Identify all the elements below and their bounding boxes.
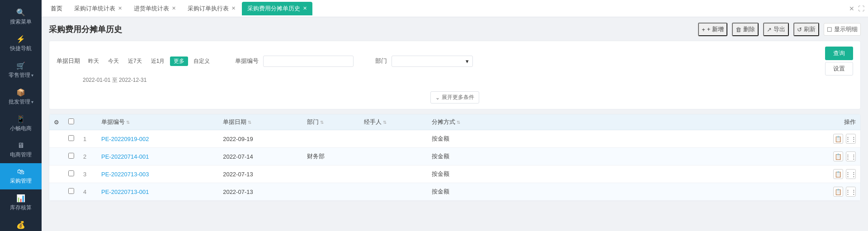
docnum-input[interactable] [263,56,354,67]
tab-home[interactable]: 首页 [45,2,68,15]
td-doc-num: PE-20220713-001 [97,183,218,201]
row-checkbox[interactable] [68,135,74,141]
sidebar-item-label: 采购管理 [10,177,32,185]
td-handler [359,148,427,165]
td-handler [359,165,427,183]
td-settings [49,165,64,183]
query-button[interactable]: 查询 [825,47,853,60]
add-button[interactable]: + + 新增 [698,23,727,36]
sort-icon[interactable]: ⇅ [457,120,460,125]
th-doc-date: 单据日期 ⇅ [218,114,302,130]
sidebar-item-finance[interactable]: 💰 资金管理 [0,216,42,231]
sidebar-item-label: 小畅电商 [10,125,32,132]
content-area: 采购费用分摊单历史 + + 新增 🗑 删除 ↗ 导出 ↺ 刷新 [42,17,868,231]
tab-bar: 首页 采购订单统计表 ✕ 进货单统计表 ✕ 采购订单执行表 ✕ 采购费用分摊单历… [42,0,868,17]
sort-icon[interactable]: ⇅ [126,120,130,125]
doc-num-link[interactable]: PE-20220919-002 [101,136,149,142]
table-row: 2 PE-20220714-001 2022-07-14 财务部 按金额 📋 ⋮… [49,148,860,165]
date-opt-more[interactable]: 更多 [170,57,188,66]
close-icon[interactable]: ✕ [118,5,122,11]
td-doc-num: PE-20220713-003 [97,165,218,183]
tab-purchase-order-stat-label: 采购订单统计表 [74,5,115,13]
doc-num-link[interactable]: PE-20220713-003 [101,171,149,178]
td-rownum: 4 [79,183,97,201]
th-settings: ⚙ [49,114,64,130]
sidebar-item-mobile[interactable]: 📱 小畅电商 [0,110,42,137]
th-dept-label: 部门 [307,118,319,126]
row-checkbox[interactable] [68,188,74,194]
td-dept [302,165,360,183]
date-opt-7days[interactable]: 近7天 [124,57,146,66]
close-icon[interactable]: ✕ [231,5,236,11]
add-icon: + [702,26,705,33]
th-doc-date-label: 单据日期 [223,118,246,126]
sidebar-item-quicknav[interactable]: ⚡ 快捷导航 [0,30,42,57]
td-rownum: 2 [79,148,97,165]
filter-group-date: 单据日期 昨天 今天 近7天 近1月 更多 自定义 [57,57,213,66]
more-icon[interactable]: ⋮⋮ [846,169,856,179]
close-icon[interactable]: ✕ [303,5,307,11]
sidebar-item-search[interactable]: 🔍 搜索菜单 [0,4,42,30]
close-icon[interactable]: ✕ [172,5,176,11]
td-split-method: 按金额 [427,183,815,201]
tab-purchase-order-stat[interactable]: 采购订单统计表 ✕ [69,2,127,15]
expand-more-button[interactable]: ⌄ 展开更多条件 [430,91,479,104]
date-opt-yesterday[interactable]: 昨天 [85,57,103,66]
select-all-checkbox[interactable] [68,118,74,124]
monitor-icon: 🖥 [17,141,24,150]
td-doc-num: PE-20220714-001 [97,148,218,165]
sidebar-item-retail[interactable]: 🛒 零售管理 ▾ [0,57,42,84]
sidebar: 🔍 搜索菜单 ⚡ 快捷导航 🛒 零售管理 ▾ 📦 批发管理 ▾ 📱 小畅电商 🖥… [0,0,42,231]
more-icon[interactable]: ⋮⋮ [846,134,856,144]
date-opt-custom[interactable]: 自定义 [190,57,213,66]
date-opt-today[interactable]: 今天 [104,57,123,66]
box-icon: 📦 [16,88,25,97]
edit-icon[interactable]: 📋 [833,169,843,179]
dept-select[interactable]: ▾ [392,56,473,67]
sort-icon[interactable]: ⇅ [383,120,387,125]
close-all-tabs-icon[interactable]: ✕ [849,5,854,12]
expand-window-icon[interactable]: ⛶ [858,5,864,12]
edit-icon[interactable]: 📋 [833,187,843,197]
th-handler-label: 经手人 [364,118,382,126]
row-checkbox[interactable] [68,170,74,176]
delete-button[interactable]: 🗑 删除 [732,23,759,36]
money-icon: 💰 [16,221,25,229]
sidebar-item-wholesale[interactable]: 📦 批发管理 ▾ [0,84,42,110]
settings-button[interactable]: 设置 [825,62,853,75]
export-button[interactable]: ↗ 导出 [763,23,789,36]
td-checkbox [64,165,79,183]
main-area: 首页 采购订单统计表 ✕ 进货单统计表 ✕ 采购订单执行表 ✕ 采购费用分摊单历… [42,0,868,231]
sort-icon[interactable]: ⇅ [320,120,324,125]
tab-purchase-cost-history[interactable]: 采购费用分摊单历史 ✕ [242,2,312,15]
td-doc-date: 2022-07-14 [218,148,302,165]
edit-icon[interactable]: 📋 [833,134,843,144]
settings-icon[interactable]: ⚙ [54,119,59,126]
tab-inbound-stat[interactable]: 进货单统计表 ✕ [128,2,181,15]
td-split-method: 按金额 [427,148,815,165]
row-checkbox[interactable] [68,153,74,159]
filter-area: 单据日期 昨天 今天 近7天 近1月 更多 自定义 单据编号 [49,41,861,109]
th-dept: 部门 ⇅ [302,114,360,130]
more-icon[interactable]: ⋮⋮ [846,151,856,161]
more-icon[interactable]: ⋮⋮ [846,187,856,197]
show-cols-button[interactable]: ☐ 显示明细 [824,23,861,36]
doc-num-link[interactable]: PE-20220714-001 [101,153,149,160]
chevron-down-icon: ⌄ [435,94,440,101]
date-opt-1month[interactable]: 近1月 [147,57,169,66]
edit-icon[interactable]: 📋 [833,151,843,161]
refresh-button[interactable]: ↺ 刷新 [793,23,819,36]
sidebar-item-purchase[interactable]: 🛍 采购管理 [0,163,42,189]
sidebar-item-label: 批发管理 [9,98,30,106]
table-header-row: ⚙ 单据编号 ⇅ [49,114,860,130]
page-title: 采购费用分摊单历史 [49,24,122,35]
sort-icon[interactable]: ⇅ [248,120,251,125]
data-table: ⚙ 单据编号 ⇅ [49,114,860,201]
td-dept [302,183,360,201]
sidebar-item-ecommerce[interactable]: 🖥 电商管理 [0,137,42,163]
doc-num-link[interactable]: PE-20220713-001 [101,189,149,195]
td-checkbox [64,148,79,165]
sidebar-item-label: 电商管理 [10,151,32,159]
sidebar-item-inventory[interactable]: 📊 库存核算 [0,189,42,216]
tab-purchase-exec[interactable]: 采购订单执行表 ✕ [182,2,241,15]
